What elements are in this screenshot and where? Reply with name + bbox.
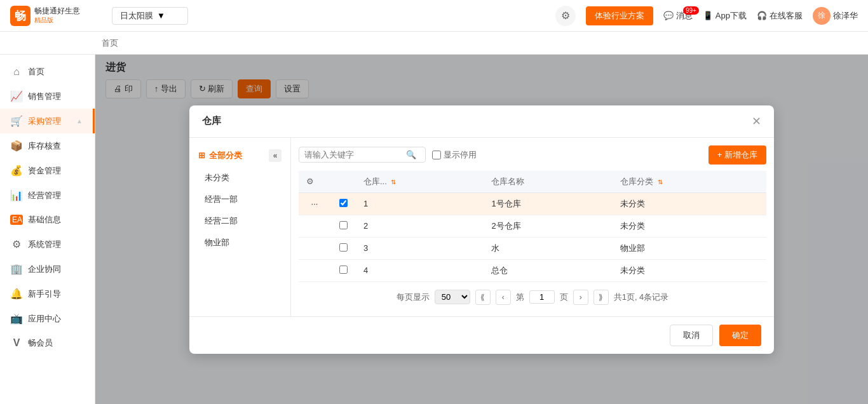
search-input[interactable] xyxy=(304,150,406,159)
sidebar: ⌂ 首页 📈 销售管理 🛒 采购管理 ▲ 📦 库存核查 💰 资金管理 📊 经营管… xyxy=(0,55,95,404)
th-category-label: 仓库分类 xyxy=(620,177,653,186)
th-code: 仓库... ⇅ xyxy=(356,171,484,193)
warehouse-modal: 仓库 ✕ ⊞ 全部分类 « 未分类 经营一部 经营二部 xyxy=(189,105,774,354)
sidebar-label-system: 系统管理 xyxy=(28,239,61,250)
sidebar-item-purchase[interactable]: 🛒 采购管理 ▲ xyxy=(0,109,95,133)
finance-icon: 💰 xyxy=(10,165,23,177)
basic-icon: EA xyxy=(10,215,23,225)
company-icon: 🏢 xyxy=(10,263,23,275)
avatar: 徐 xyxy=(813,7,831,25)
confirm-button[interactable]: 确定 xyxy=(719,325,761,346)
modal-close-button[interactable]: ✕ xyxy=(752,114,761,128)
main-layout: ⌂ 首页 📈 销售管理 🛒 采购管理 ▲ 📦 库存核查 💰 资金管理 📊 经营管… xyxy=(0,55,868,404)
table-body: ··· 1 1号仓库 未分类 2 2号仓库 未分类 3 水 物业部 xyxy=(299,192,766,281)
add-warehouse-button[interactable]: + 新增仓库 xyxy=(709,145,766,165)
store-dropdown-icon: ▼ xyxy=(157,11,165,20)
row-name: 1号仓库 xyxy=(484,192,613,215)
th-name: 仓库名称 xyxy=(484,171,613,193)
row-checkbox[interactable] xyxy=(339,199,348,207)
last-page-button[interactable]: ⟫ xyxy=(593,290,609,305)
logo-edition: 精品版 xyxy=(34,16,80,25)
operations-icon: 📊 xyxy=(10,189,23,201)
show-disabled-checkbox[interactable] xyxy=(432,151,441,159)
sidebar-label-home: 首页 xyxy=(28,66,44,77)
sidebar-item-finance[interactable]: 💰 资金管理 xyxy=(0,158,95,183)
th-category: 仓库分类 ⇅ xyxy=(613,171,766,193)
top-header: 畅 畅捷通好生意 精品版 日太阳膜 ▼ ⚙ 体验行业方案 💬 消息 99+ 📱 … xyxy=(0,0,868,32)
sidebar-label-sales: 销售管理 xyxy=(28,91,61,102)
table-row[interactable]: ··· 1 1号仓库 未分类 xyxy=(299,192,766,215)
sidebar-item-guide[interactable]: 🔔 新手引导 xyxy=(0,281,95,306)
row-num: 4 xyxy=(356,259,484,281)
logo-app-name: 畅捷通好生意 xyxy=(34,6,80,17)
message-icon: 💬 xyxy=(663,11,674,20)
row-gear xyxy=(299,237,330,259)
logo-area: 畅 畅捷通好生意 精品版 xyxy=(10,6,105,26)
store-selector[interactable]: 日太阳膜 ▼ xyxy=(112,7,188,25)
table-toolbar: 🔍 显示停用 + 新增仓库 xyxy=(299,145,766,165)
table-row[interactable]: 2 2号仓库 未分类 xyxy=(299,215,766,237)
category-item-unclassified[interactable]: 未分类 xyxy=(189,167,290,189)
all-categories-button[interactable]: ⊞ 全部分类 « xyxy=(189,144,290,167)
sidebar-label-company: 企业协同 xyxy=(28,264,61,275)
table-row[interactable]: 3 水 物业部 xyxy=(299,237,766,259)
user-profile[interactable]: 徐 徐泽华 xyxy=(813,7,858,25)
sidebar-label-appcenter: 应用中心 xyxy=(28,313,61,325)
guide-icon: 🔔 xyxy=(10,288,23,300)
notification-button[interactable]: 💬 消息 99+ xyxy=(663,10,693,22)
notification-badge: 99+ xyxy=(683,6,699,15)
modal-header: 仓库 ✕ xyxy=(189,105,774,138)
sidebar-item-appcenter[interactable]: 📺 应用中心 xyxy=(0,306,95,331)
table-row[interactable]: 4 总仓 未分类 xyxy=(299,259,766,281)
sidebar-item-basic[interactable]: EA 基础信息 xyxy=(0,208,95,232)
next-page-button[interactable]: › xyxy=(573,290,588,305)
table-header: ⚙ 仓库... ⇅ 仓库名称 仓库分类 ⇅ xyxy=(299,171,766,193)
row-checkbox-cell xyxy=(330,215,356,237)
row-num: 3 xyxy=(356,237,484,259)
breadcrumb-home[interactable]: 首页 xyxy=(102,37,118,49)
online-service-button[interactable]: 🎧 在线客服 xyxy=(757,10,803,22)
purchase-icon: 🛒 xyxy=(10,115,23,127)
category-item-ops2[interactable]: 经营二部 xyxy=(189,210,290,232)
row-num: 1 xyxy=(356,192,484,215)
show-disabled-area: 显示停用 xyxy=(432,149,477,161)
sidebar-item-home[interactable]: ⌂ 首页 xyxy=(0,60,95,84)
category-item-ops1[interactable]: 经营一部 xyxy=(189,189,290,210)
page-suffix: 页 xyxy=(560,292,568,303)
modal-title: 仓库 xyxy=(202,115,221,127)
sidebar-item-operations[interactable]: 📊 经营管理 xyxy=(0,183,95,208)
logo-text-block: 畅捷通好生意 精品版 xyxy=(34,6,80,25)
sidebar-label-inventory: 库存核查 xyxy=(28,140,61,152)
sidebar-label-vip: 畅会员 xyxy=(28,337,53,349)
sidebar-item-system[interactable]: ⚙ 系统管理 xyxy=(0,232,95,257)
search-icon[interactable]: 🔍 xyxy=(406,150,416,159)
settings-icon[interactable]: ⚙ xyxy=(555,6,576,26)
prev-page-button[interactable]: ‹ xyxy=(496,290,511,305)
collapse-button[interactable]: « xyxy=(269,149,281,162)
content-area: 进货 🖨 印 ↑ 导出 ↻ 刷新 查询 设置 仓库 ✕ xyxy=(95,55,868,404)
phone-icon: 📱 xyxy=(703,11,713,20)
avatar-initials: 徐 xyxy=(818,10,825,21)
first-page-button[interactable]: ⟪ xyxy=(475,290,491,305)
user-name-label: 徐泽华 xyxy=(833,10,858,22)
page-size-select[interactable]: 50 10 20 100 xyxy=(435,290,470,304)
sidebar-item-company[interactable]: 🏢 企业协同 xyxy=(0,257,95,281)
row-checkbox[interactable] xyxy=(339,243,348,252)
cancel-button[interactable]: 取消 xyxy=(670,325,713,346)
try-button[interactable]: 体验行业方案 xyxy=(586,6,653,25)
row-category: 未分类 xyxy=(613,192,766,215)
sort-category-icon: ⇅ xyxy=(658,178,663,185)
sidebar-item-sales[interactable]: 📈 销售管理 xyxy=(0,84,95,109)
modal-overlay: 仓库 ✕ ⊞ 全部分类 « 未分类 经营一部 经营二部 xyxy=(95,55,868,404)
category-item-property[interactable]: 物业部 xyxy=(189,232,290,253)
home-icon: ⌂ xyxy=(10,66,23,77)
page-number-input[interactable] xyxy=(529,290,555,304)
sort-code-icon: ⇅ xyxy=(391,178,396,185)
app-download-button[interactable]: 📱 App下载 xyxy=(703,10,747,22)
row-gear xyxy=(299,215,330,237)
sidebar-item-vip[interactable]: V 畅会员 xyxy=(0,331,95,355)
row-checkbox[interactable] xyxy=(339,266,348,274)
sidebar-item-inventory[interactable]: 📦 库存核查 xyxy=(0,133,95,158)
row-checkbox-cell xyxy=(330,259,356,281)
row-checkbox[interactable] xyxy=(339,221,348,229)
